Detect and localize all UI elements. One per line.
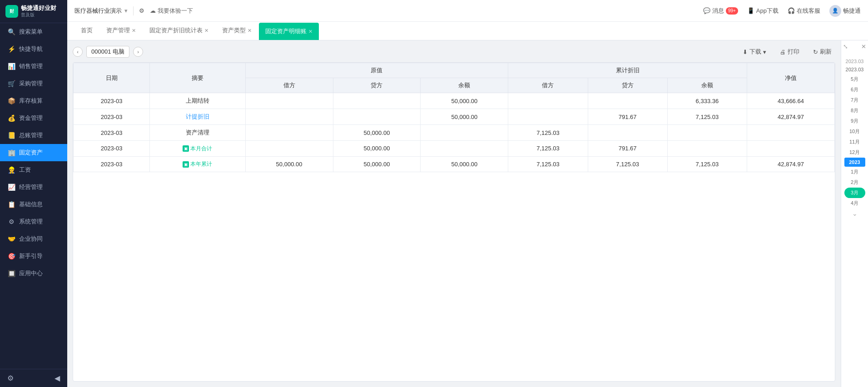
tab-asset-detail-label: 固定资产明细账 [265,27,307,35]
cell-orig-credit: 50,000.00 [333,141,421,157]
summary-text: 资产清理 [186,129,209,136]
asset-detail-table: 日期 摘要 原值 累计折旧 净值 借方 贷方 余额 借方 贷方 余额 [73,62,835,382]
close-panel-icon[interactable]: ✕ [861,43,866,50]
tab-asset-detail[interactable]: 固定资产明细账 ✕ [259,23,319,40]
cell-date: 2023-03 [74,125,150,141]
content-main: ‹ 000001 电脑 › ⬇ 下载 ▾ 🖨 打印 ↻ 刷新 [67,40,841,387]
app-subtitle: 普及版 [21,12,56,18]
sidebar-item-label: 搜索菜单 [19,28,43,36]
download-btn[interactable]: ⬇ 下载 ▾ [739,46,770,58]
right-timeline-panel: ✕ ⤡ 2023.03 2023.03 5月 6月 7月 8月 9月 10月 1… [841,40,868,387]
cell-orig-debit [245,109,333,125]
timeline-month-9[interactable]: 9月 [844,116,865,126]
refresh-icon: ↻ [813,49,818,55]
refresh-btn[interactable]: ↻ 刷新 [809,46,835,58]
tab-asset-type-close[interactable]: ✕ [248,28,252,34]
timeline-month-8[interactable]: 8月 [844,105,865,116]
avatar: 👤 [829,5,841,17]
sidebar-item-purchase[interactable]: 🛒 采购管理 [0,75,67,92]
building-icon: 🏢 [7,149,15,157]
timeline-month-12[interactable]: 12月 [844,147,865,158]
tab-asset-detail-close[interactable]: ✕ [308,29,312,35]
service-icon: 🎧 [788,7,795,14]
app-title: 畅捷通好业财 [21,5,56,12]
timeline-month-2[interactable]: 2月 [844,177,865,188]
sidebar-item-label: 应用中心 [19,269,43,278]
experience-btn[interactable]: ☁ 我要体验一下 [150,7,193,15]
tab-depreciation-close[interactable]: ✕ [204,28,208,34]
cell-net-value: 42,874.97 [747,109,835,125]
sidebar-item-system[interactable]: ⚙ 系统管理 [0,213,67,230]
timeline-month-6[interactable]: 6月 [844,84,865,95]
cell-orig-balance: 50,000.00 [421,156,508,172]
content: ‹ 000001 电脑 › ⬇ 下载 ▾ 🖨 打印 ↻ 刷新 [67,40,868,387]
next-asset-btn[interactable]: › [133,47,143,57]
app-download-btn[interactable]: 📱 App下载 [747,7,779,15]
prev-asset-btn[interactable]: ‹ [73,47,83,57]
tab-depreciation-stats[interactable]: 固定资产折旧统计表 ✕ [143,22,215,40]
sidebar-item-inventory[interactable]: 📦 库存核算 [0,92,67,109]
timeline-year-2023[interactable]: 2023 [844,158,865,167]
timeline-month-5[interactable]: 5月 [844,74,865,84]
sidebar-item-wages[interactable]: 👷 工资 [0,161,67,179]
notification-btn[interactable]: 💬 消息 99+ [703,7,738,15]
sidebar-item-operations[interactable]: 📈 经营管理 [0,179,67,196]
online-service-btn[interactable]: 🎧 在线客服 [788,7,820,15]
sidebar-item-guide[interactable]: 🎯 新手引导 [0,248,67,265]
asset-id: 000001 电脑 [86,46,129,58]
settings-gear-icon: ⚙ [139,7,144,14]
timeline-month-11[interactable]: 11月 [844,137,865,147]
notification-label: 消息 [712,7,724,15]
tab-home[interactable]: 首页 [74,22,99,40]
timeline-month-3[interactable]: 3月 [844,188,865,198]
cell-net-value: 43,666.64 [747,93,835,109]
settings-icon[interactable]: ⚙ [7,374,14,382]
sidebar-item-basic[interactable]: 📋 基础信息 [0,196,67,213]
col-summary: 摘要 [150,63,245,93]
topbar-divider [133,6,134,15]
cell-orig-balance [421,141,508,157]
cell-acc-credit: 791.67 [588,141,667,157]
cell-orig-credit [333,93,421,109]
company-selector[interactable]: 医疗器械行业演示 ▾ [74,7,128,15]
cell-orig-balance: 50,000.00 [421,93,508,109]
tab-asset-type[interactable]: 资产类型 ✕ [216,22,258,40]
settings-btn[interactable]: ⚙ [139,7,144,14]
timeline-item-header[interactable]: 2023.03 [844,65,865,74]
cell-orig-credit [333,109,421,125]
timeline-month-1[interactable]: 1月 [844,167,865,177]
sidebar-item-collab[interactable]: 🤝 企业协同 [0,230,67,248]
timeline-month-7[interactable]: 7月 [844,95,865,105]
sidebar-item-ledger[interactable]: 📒 总账管理 [0,127,67,144]
cell-net-value: 42,874.97 [747,156,835,172]
sidebar-item-quicknav[interactable]: ⚡ 快捷导航 [0,40,67,58]
timeline-month-4[interactable]: 4月 [844,198,865,208]
print-btn[interactable]: 🖨 打印 [776,46,803,58]
timeline-month-10[interactable]: 10月 [844,126,865,137]
sidebar-item-capital[interactable]: 💰 资金管理 [0,109,67,127]
cell-acc-balance: 7,125.03 [667,109,747,125]
print-icon: 🖨 [780,49,786,55]
cell-orig-credit: 50,000.00 [333,125,421,141]
timeline-down-arrow[interactable]: ⌄ [852,210,858,217]
sidebar-item-search[interactable]: 🔍 搜索菜单 [0,23,67,40]
cell-date: 2023-03 [74,109,150,125]
tab-asset-mgmt[interactable]: 资产管理 ✕ [100,22,142,40]
user-profile-btn[interactable]: 👤 畅捷通 [829,5,861,17]
collapse-icon[interactable]: ◀ [55,374,60,382]
sidebar-item-sales[interactable]: 📊 销售管理 [0,58,67,75]
summary-link[interactable]: 计提折旧 [186,113,209,120]
sidebar-item-fixed-assets[interactable]: 🏢 固定资产 [0,144,67,161]
tab-asset-mgmt-label: 资产管理 [106,26,130,35]
clipboard-icon: 📋 [7,200,15,208]
logo-icon: 财 [5,5,18,18]
cell-acc-balance [667,141,747,157]
table-row: 2023-03 资产清理 50,000.00 7,125.03 [74,125,835,141]
sidebar-item-label: 总账管理 [19,131,43,139]
target-icon: 🎯 [7,252,15,260]
col-orig-credit: 贷方 [333,78,421,93]
tab-asset-mgmt-close[interactable]: ✕ [132,28,136,34]
sidebar-item-apps[interactable]: 🔲 应用中心 [0,265,67,282]
expand-panel-icon[interactable]: ⤡ [843,43,848,50]
sidebar-logo: 财 畅捷通好业财 普及版 [0,0,67,23]
